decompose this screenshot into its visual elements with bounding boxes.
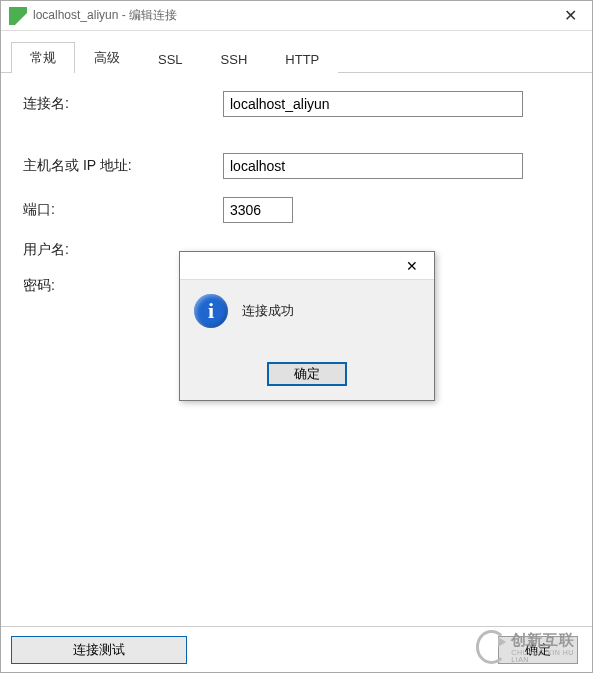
input-port[interactable] — [223, 197, 293, 223]
connection-result-dialog: ✕ i 连接成功 确定 — [179, 251, 435, 401]
footer-bar: 连接测试 确定 创新互联 CHUANG XIN HU LIAN — [1, 626, 592, 672]
row-port: 端口: — [23, 197, 570, 223]
edit-connection-window: localhost_aliyun - 编辑连接 ✕ 常规 高级 SSL SSH … — [0, 0, 593, 673]
form-area: 连接名: 主机名或 IP 地址: 端口: 用户名: 密码: ✕ i 连接成功 — [1, 73, 592, 626]
test-connection-button[interactable]: 连接测试 — [11, 636, 187, 664]
tab-ssl[interactable]: SSL — [139, 45, 202, 73]
window-title: localhost_aliyun - 编辑连接 — [33, 7, 177, 24]
row-connection-name: 连接名: — [23, 91, 570, 117]
dialog-body: i 连接成功 — [180, 280, 434, 354]
tab-http[interactable]: HTTP — [266, 45, 338, 73]
tab-general[interactable]: 常规 — [11, 42, 75, 73]
tab-ssh[interactable]: SSH — [202, 45, 267, 73]
label-port: 端口: — [23, 201, 223, 219]
dialog-footer: 确定 — [180, 354, 434, 400]
dialog-message: 连接成功 — [242, 294, 294, 320]
ok-button[interactable]: 确定 — [498, 636, 578, 664]
dialog-ok-button[interactable]: 确定 — [267, 362, 347, 386]
tabs: 常规 高级 SSL SSH HTTP — [1, 31, 592, 73]
input-connection-name[interactable] — [223, 91, 523, 117]
titlebar: localhost_aliyun - 编辑连接 ✕ — [1, 1, 592, 31]
row-host: 主机名或 IP 地址: — [23, 153, 570, 179]
input-host[interactable] — [223, 153, 523, 179]
label-host: 主机名或 IP 地址: — [23, 157, 223, 175]
app-icon — [9, 7, 27, 25]
dialog-titlebar: ✕ — [180, 252, 434, 280]
tab-advanced[interactable]: 高级 — [75, 42, 139, 73]
label-connection-name: 连接名: — [23, 95, 223, 113]
window-close-button[interactable]: ✕ — [548, 1, 592, 31]
dialog-close-button[interactable]: ✕ — [394, 254, 430, 278]
info-icon: i — [194, 294, 228, 328]
